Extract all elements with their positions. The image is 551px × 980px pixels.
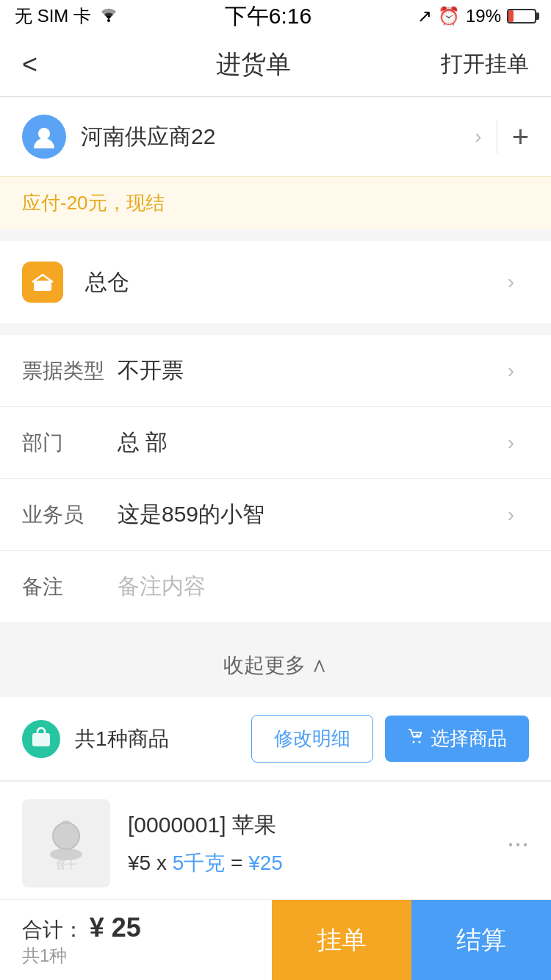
status-left: 无 SIM 卡 — [15, 4, 119, 28]
warehouse-icon — [22, 262, 63, 303]
total-amount: ¥ 25 — [90, 912, 141, 943]
location-icon: ↗ — [417, 6, 432, 26]
collapse-button[interactable]: 收起更多 ∧ — [0, 634, 551, 697]
price-unit: ¥5 — [128, 851, 151, 874]
back-button[interactable]: < — [22, 49, 66, 80]
add-supplier-button[interactable]: + — [497, 120, 529, 154]
products-icon — [22, 720, 60, 758]
products-count-label: 共1种商品 — [75, 725, 251, 753]
svg-point-1 — [38, 128, 50, 140]
salesperson-label: 业务员 — [22, 501, 110, 529]
product-thumbnail: 督十 — [22, 799, 110, 887]
supplier-name: 河南供应商22 — [81, 122, 475, 152]
salesperson-row[interactable]: 业务员 这是859的小智 › — [0, 478, 551, 550]
svg-rect-3 — [32, 733, 50, 746]
edit-detail-button[interactable]: 修改明细 — [251, 715, 373, 763]
select-product-label: 选择商品 — [431, 726, 507, 752]
price-quantity: 5千克 — [173, 851, 226, 874]
supplier-notice-banner: 应付-20元，现结 — [0, 176, 551, 229]
hang-label: 挂单 — [317, 923, 367, 957]
salesperson-chevron-icon: › — [508, 503, 514, 527]
product-item: 督十 [0000001] 苹果 ¥5 x 5千克 = ¥25 ··· — [0, 781, 551, 905]
checkout-label: 结算 — [456, 923, 506, 957]
warehouse-section: 总仓 › — [0, 241, 551, 323]
carrier-label: 无 SIM 卡 — [15, 4, 91, 28]
checkout-button[interactable]: 结算 — [411, 900, 551, 980]
svg-point-4 — [413, 741, 415, 743]
price-multiply: x — [156, 851, 173, 874]
salesperson-value: 这是859的小智 — [118, 500, 508, 530]
invoice-type-chevron-icon: › — [508, 359, 514, 383]
total-count: 共1种 — [22, 944, 250, 968]
total-row: 合计： ¥ 25 — [22, 912, 250, 944]
price-total: ¥25 — [248, 851, 283, 874]
battery-percent: 19% — [466, 6, 501, 26]
invoice-type-value: 不开票 — [118, 356, 508, 386]
collapse-label: 收起更多 ∧ — [223, 654, 328, 677]
battery-icon — [507, 9, 536, 24]
remark-label: 备注 — [22, 573, 110, 601]
svg-text:督十: 督十 — [56, 859, 76, 871]
product-price: ¥5 x 5千克 = ¥25 — [128, 849, 495, 877]
select-product-button[interactable]: 选择商品 — [385, 716, 529, 762]
supplier-row[interactable]: 河南供应商22 › + — [0, 97, 551, 176]
price-equals: = — [231, 851, 248, 874]
status-time: 下午6:16 — [225, 1, 311, 32]
hang-button[interactable]: 挂单 — [272, 900, 411, 980]
warehouse-row[interactable]: 总仓 › — [0, 241, 551, 323]
page-title: 进货单 — [216, 48, 291, 82]
bottom-bar: 合计： ¥ 25 共1种 挂单 结算 — [0, 899, 551, 980]
department-label: 部门 — [22, 429, 110, 457]
warehouse-value: 总仓 — [85, 267, 508, 298]
product-title: 苹果 — [232, 813, 276, 837]
svg-rect-2 — [34, 281, 51, 291]
svg-point-5 — [419, 741, 421, 743]
products-header: 共1种商品 修改明细 选择商品 — [0, 697, 551, 781]
wifi-icon — [98, 6, 119, 26]
department-row[interactable]: 部门 总 部 › — [0, 406, 551, 478]
invoice-type-label: 票据类型 — [22, 357, 110, 385]
svg-point-0 — [107, 19, 110, 22]
invoice-type-row[interactable]: 票据类型 不开票 › — [0, 335, 551, 406]
department-value: 总 部 — [118, 428, 508, 458]
products-section: 共1种商品 修改明细 选择商品 — [0, 697, 551, 905]
warehouse-chevron-icon: › — [508, 270, 514, 294]
supplier-section: 河南供应商22 › + 应付-20元，现结 — [0, 97, 551, 229]
cart-icon — [407, 727, 425, 750]
status-bar: 无 SIM 卡 下午6:16 ↗ ⏰ 19% — [0, 0, 551, 32]
product-info: [0000001] 苹果 ¥5 x 5千克 = ¥25 — [128, 810, 495, 877]
product-code: [0000001] — [128, 813, 226, 837]
department-chevron-icon: › — [508, 431, 514, 455]
supplier-notice-text: 应付-20元，现结 — [22, 192, 165, 214]
nav-bar: < 进货单 打开挂单 — [0, 32, 551, 97]
remark-row[interactable]: 备注 备注内容 — [0, 550, 551, 622]
alarm-icon: ⏰ — [438, 6, 460, 26]
product-more-button[interactable]: ··· — [495, 828, 529, 859]
remark-input[interactable]: 备注内容 — [118, 572, 529, 602]
open-pending-button[interactable]: 打开挂单 — [441, 49, 529, 79]
product-name: [0000001] 苹果 — [128, 810, 495, 840]
status-right: ↗ ⏰ 19% — [417, 6, 536, 26]
total-area: 合计： ¥ 25 共1种 — [0, 900, 272, 980]
main-content: 河南供应商22 › + 应付-20元，现结 总仓 › 票据类型 不开票 › — [0, 97, 551, 980]
total-label: 合计： — [22, 918, 84, 941]
supplier-chevron-icon: › — [475, 125, 481, 148]
supplier-avatar — [22, 115, 66, 159]
fields-section: 票据类型 不开票 › 部门 总 部 › 业务员 这是859的小智 › 备注 备注… — [0, 335, 551, 622]
